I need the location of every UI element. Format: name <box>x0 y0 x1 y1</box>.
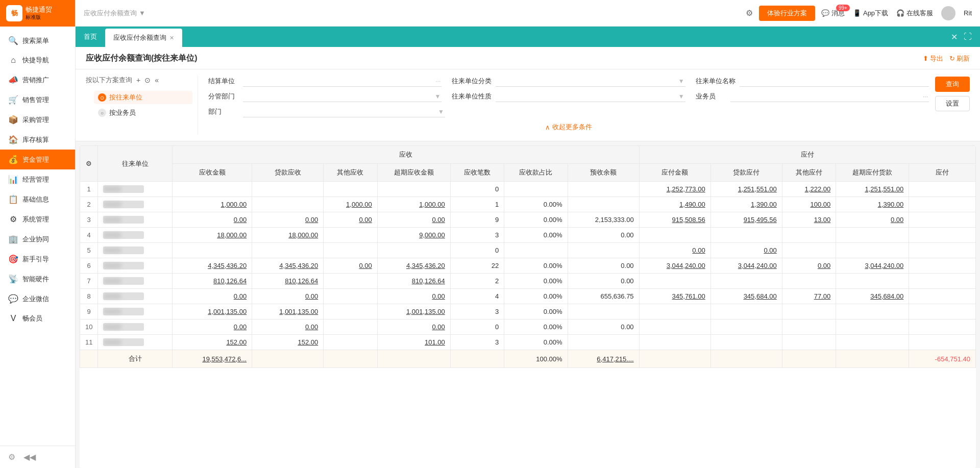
wanglai-mingcheng-input[interactable] <box>740 76 929 86</box>
sidebar-item-search[interactable]: 🔍 搜索菜单 <box>0 31 75 51</box>
yewuyuan-input[interactable] <box>730 91 922 102</box>
row-ar_loan-3[interactable]: 0.00 <box>252 212 324 228</box>
sidebar-item-inventory[interactable]: 🏠 库存核算 <box>0 130 75 150</box>
wanglai-xingzhi-input[interactable] <box>496 91 677 102</box>
footer-prepay[interactable]: 6,417,215.... <box>568 350 639 368</box>
sidebar-item-basic[interactable]: 📋 基础信息 <box>0 189 75 209</box>
row-prepay-7[interactable]: 0.00 <box>568 274 639 289</box>
row-ar_overdue-8[interactable]: 0.00 <box>377 289 450 304</box>
wanglai-fenlei-input[interactable] <box>496 76 677 86</box>
sidebar-item-wechat[interactable]: 💬 企业微信 <box>0 289 75 309</box>
sidebar-item-finance[interactable]: 💰 资金管理 <box>0 150 75 169</box>
row-ar_other-2[interactable]: 1,000.00 <box>324 197 378 212</box>
promo-button[interactable]: 体验行业方案 <box>759 6 815 21</box>
fenguan-chevron[interactable]: ▼ <box>433 93 442 100</box>
row-ap_other-3[interactable]: 13.00 <box>782 212 836 228</box>
row-ap_loan-3[interactable]: 915,495.56 <box>710 212 782 228</box>
row-ap_loan-8[interactable]: 345,684.00 <box>710 289 782 304</box>
row-ap_amount-2[interactable]: 1,490.00 <box>639 197 710 212</box>
export-button[interactable]: ⬆ 导出 <box>923 54 943 63</box>
row-ar_amount-8[interactable]: 0.00 <box>173 289 252 304</box>
row-ap_overdue-3[interactable]: 0.00 <box>836 212 909 228</box>
table-settings-icon[interactable]: ⚙ <box>86 160 92 167</box>
row-ap_overdue-8[interactable]: 345,684.00 <box>836 289 909 304</box>
refresh-button[interactable]: ↻ 刷新 <box>949 54 970 63</box>
collapse-icon[interactable]: ◀◀ <box>23 452 36 462</box>
sidebar-item-system[interactable]: ⚙ 系统管理 <box>0 209 75 229</box>
row-ar_loan-6[interactable]: 4,345,436.20 <box>252 258 324 274</box>
row-prepay-4[interactable]: 0.00 <box>568 228 639 243</box>
tab-home[interactable]: 首页 <box>76 27 105 47</box>
row-ap_loan-6[interactable]: 3,044,240.00 <box>710 258 782 274</box>
bumen-input[interactable] <box>243 106 437 117</box>
sidebar-item-ops[interactable]: 📊 经营管理 <box>0 169 75 189</box>
row-ar_overdue-9[interactable]: 1,001,135.00 <box>377 304 450 319</box>
row-ar_amount-3[interactable]: 0.00 <box>173 212 252 228</box>
row-prepay-8[interactable]: 655,636.75 <box>568 289 639 304</box>
app-download[interactable]: 📱 App下载 <box>853 9 888 18</box>
sidebar-item-corp[interactable]: 🏢 企业协同 <box>0 229 75 249</box>
row-ar_overdue-10[interactable]: 0.00 <box>377 319 450 335</box>
online-service[interactable]: 🎧 在线客服 <box>896 9 933 18</box>
sidebar-item-guide[interactable]: 🎯 新手引导 <box>0 249 75 269</box>
breadcrumb-chevron[interactable]: ▼ <box>139 9 145 17</box>
row-ar_loan-7[interactable]: 810,126.64 <box>252 274 324 289</box>
fullscreen-icon[interactable]: ⛶ <box>964 32 972 42</box>
gear-icon[interactable]: ⚙ <box>746 8 753 18</box>
sidebar-item-sales[interactable]: 🛒 销售管理 <box>0 90 75 110</box>
settings-icon[interactable]: ⚙ <box>8 452 15 462</box>
row-ar_loan-9[interactable]: 1,001,135.00 <box>252 304 324 319</box>
row-ar_loan-10[interactable]: 0.00 <box>252 319 324 335</box>
jiesuan-input[interactable] <box>243 76 434 86</box>
settings-button[interactable]: 设置 <box>935 96 970 111</box>
sidebar-item-vip[interactable]: V 畅会员 <box>0 309 75 328</box>
fenguan-input[interactable] <box>243 91 433 102</box>
footer-ar-total[interactable]: 19,553,472,6... <box>173 350 252 368</box>
row-ar_other-6[interactable]: 0.00 <box>324 258 378 274</box>
filter-collapse[interactable]: ∧ 收起更多条件 <box>208 119 929 135</box>
row-ap_amount-1[interactable]: 1,252,773.00 <box>639 182 710 197</box>
yewuyuan-dots[interactable]: ··· <box>922 93 929 100</box>
row-ar_overdue-6[interactable]: 4,345,436.20 <box>377 258 450 274</box>
row-prepay-6[interactable]: 0.00 <box>568 258 639 274</box>
filter-by-staff[interactable]: ○ 按业务员 <box>94 106 192 119</box>
row-ap_amount-5[interactable]: 0.00 <box>639 243 710 258</box>
row-ap_other-8[interactable]: 77.00 <box>782 289 836 304</box>
row-ap_amount-3[interactable]: 915,508.56 <box>639 212 710 228</box>
filter-by-unit[interactable]: ⊙ 按往来单位 <box>94 91 192 104</box>
filter-settings-icon[interactable]: ⊙ <box>144 76 151 84</box>
row-ar_amount-6[interactable]: 4,345,436.20 <box>173 258 252 274</box>
row-ap_loan-2[interactable]: 1,390.00 <box>710 197 782 212</box>
row-ar_loan-8[interactable]: 0.00 <box>252 289 324 304</box>
row-prepay-10[interactable]: 0.00 <box>568 319 639 335</box>
row-ar_amount-2[interactable]: 1,000.00 <box>173 197 252 212</box>
bumen-chevron[interactable]: ▼ <box>437 108 445 115</box>
tab-close-icon[interactable]: ✕ <box>169 35 174 41</box>
wanglai-fenlei-chevron[interactable]: ▼ <box>677 78 685 85</box>
row-prepay-3[interactable]: 2,153,333.00 <box>568 212 639 228</box>
jiesuan-dots[interactable]: ··· <box>434 78 442 85</box>
wanglai-xingzhi-chevron[interactable]: ▼ <box>677 93 685 100</box>
row-ar_overdue-11[interactable]: 101.00 <box>377 335 450 350</box>
sidebar-item-hardware[interactable]: 📡 智能硬件 <box>0 269 75 289</box>
row-ap_overdue-2[interactable]: 1,390.00 <box>836 197 909 212</box>
close-window-icon[interactable]: ✕ <box>951 32 958 42</box>
row-ap_loan-5[interactable]: 0.00 <box>710 243 782 258</box>
filter-add-icon[interactable]: + <box>136 76 140 84</box>
row-ar_amount-11[interactable]: 152.00 <box>173 335 252 350</box>
tab-ar-ap[interactable]: 应收应付余额查询 ✕ <box>105 29 182 47</box>
row-ar_overdue-2[interactable]: 1,000.00 <box>377 197 450 212</box>
row-ap_overdue-1[interactable]: 1,251,551.00 <box>836 182 909 197</box>
row-ar_amount-4[interactable]: 18,000.00 <box>173 228 252 243</box>
row-ap_loan-1[interactable]: 1,251,551.00 <box>710 182 782 197</box>
sidebar-item-quick-nav[interactable]: ⌂ 快捷导航 <box>0 51 75 70</box>
row-ar_overdue-7[interactable]: 810,126.64 <box>377 274 450 289</box>
row-ap_amount-6[interactable]: 3,044,240.00 <box>639 258 710 274</box>
filter-collapse-left-icon[interactable]: « <box>155 76 159 84</box>
row-ap_other-2[interactable]: 100.00 <box>782 197 836 212</box>
row-ap_amount-8[interactable]: 345,761.00 <box>639 289 710 304</box>
row-ar_amount-9[interactable]: 1,001,135.00 <box>173 304 252 319</box>
row-ap_other-6[interactable]: 0.00 <box>782 258 836 274</box>
notifications[interactable]: 💬 消息 99+ <box>821 9 845 18</box>
sidebar-item-marketing[interactable]: 📣 营销推广 <box>0 70 75 90</box>
